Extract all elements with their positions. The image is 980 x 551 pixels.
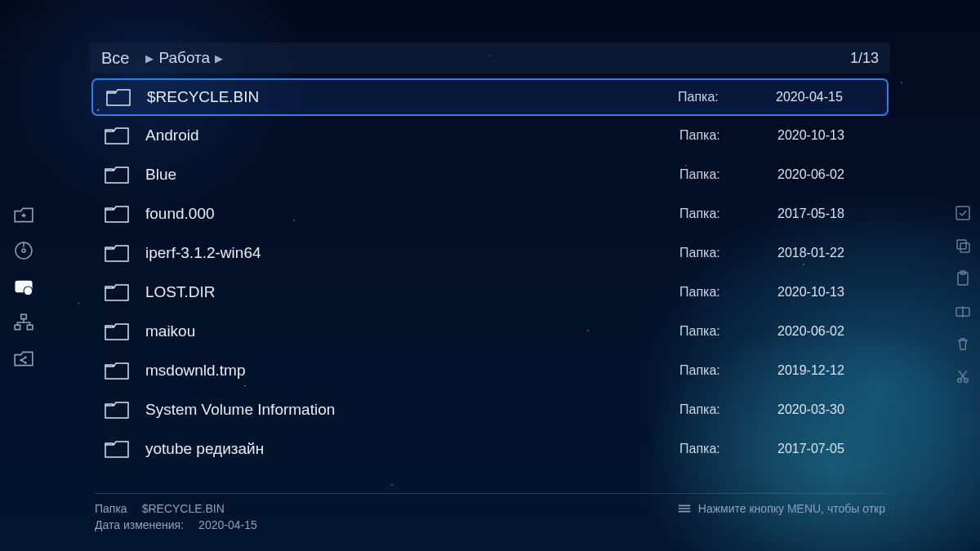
file-name: maikou	[145, 322, 679, 340]
file-type: Папка:	[679, 324, 777, 339]
file-name: $RECYCLE.BIN	[147, 88, 678, 106]
file-name: yotube редизайн	[145, 440, 679, 458]
file-name: found.000	[145, 205, 679, 223]
file-type: Папка:	[679, 285, 777, 300]
copy-icon[interactable]	[954, 237, 972, 255]
file-date: 2020-06-02	[777, 167, 875, 182]
file-row[interactable]: BlueПапка:2020-06-02	[91, 155, 889, 194]
footer-type-label: Папка	[95, 502, 127, 515]
file-date: 2020-04-15	[776, 90, 874, 104]
folder-icon	[103, 360, 131, 381]
svg-point-18	[964, 379, 969, 383]
delete-icon[interactable]	[954, 335, 972, 353]
svg-point-1	[22, 249, 25, 252]
chevron-right-icon: ▶	[215, 52, 223, 64]
file-row[interactable]: maikouПапка:2020-06-02	[91, 312, 889, 351]
file-name: Android	[145, 127, 679, 144]
footer-modified-label: Дата изменения:	[95, 518, 184, 531]
menu-hint: Нажмите кнопку MENU, чтобы откр	[677, 502, 885, 515]
file-type: Папка:	[679, 363, 777, 378]
file-row[interactable]: System Volume InformationПапка:2020-03-3…	[91, 390, 889, 429]
file-row[interactable]: found.000Папка:2017-05-18	[91, 194, 889, 233]
chevron-right-icon: ▶	[145, 52, 154, 64]
file-row[interactable]: AndroidПапка:2020-10-13	[91, 116, 889, 155]
footer-modified-value: 2020-04-15	[198, 518, 257, 531]
svg-rect-6	[15, 325, 20, 329]
file-date: 2018-01-22	[777, 246, 875, 260]
file-date: 2019-12-12	[777, 363, 875, 378]
page-counter: 1/13	[850, 50, 879, 67]
file-row[interactable]: iperf-3.1.2-win64Папка:2018-01-22	[91, 233, 889, 273]
folder-icon	[103, 438, 131, 460]
file-type: Папка:	[679, 246, 777, 260]
file-name: Blue	[145, 166, 679, 184]
breadcrumb-folder[interactable]: Работа	[158, 49, 210, 67]
file-name: msdownld.tmp	[145, 362, 679, 380]
cut-icon[interactable]	[954, 367, 972, 385]
file-type: Папка:	[679, 402, 777, 417]
menu-icon	[677, 503, 692, 514]
svg-rect-11	[956, 207, 969, 220]
folder-icon	[103, 125, 131, 146]
file-list: $RECYCLE.BINПапка:2020-04-15AndroidПапка…	[91, 78, 889, 469]
file-type: Папка:	[679, 128, 777, 143]
folder-icon	[103, 321, 131, 342]
file-name: System Volume Information	[145, 401, 679, 419]
file-type: Папка:	[679, 207, 777, 221]
folder-icon	[103, 203, 131, 224]
favorites-icon[interactable]	[11, 204, 36, 225]
file-date: 2020-03-30	[777, 402, 875, 417]
sidebar-right	[954, 204, 972, 385]
menu-hint-text: Нажмите кнопку MENU, чтобы откр	[698, 502, 885, 515]
file-row[interactable]: LOST.DIRПапка:2020-10-13	[91, 273, 889, 312]
svg-rect-5	[21, 314, 27, 318]
file-name: iperf-3.1.2-win64	[145, 244, 679, 262]
folder-icon	[103, 164, 131, 185]
folder-icon	[105, 87, 132, 108]
paste-icon[interactable]	[954, 269, 972, 287]
folder-icon	[103, 282, 131, 303]
rename-icon[interactable]	[954, 302, 972, 320]
file-name: LOST.DIR	[145, 283, 679, 301]
file-date: 2020-10-13	[777, 285, 875, 300]
svg-point-17	[958, 379, 962, 383]
folder-icon	[103, 242, 131, 264]
select-all-icon[interactable]	[954, 204, 972, 222]
file-type: Папка:	[679, 167, 777, 182]
status-bar: Папка $RECYCLE.BIN Дата изменения: 2020-…	[95, 493, 885, 531]
file-date: 2020-06-02	[777, 324, 875, 339]
share-icon[interactable]	[11, 348, 36, 369]
file-date: 2017-07-05	[777, 442, 875, 456]
sidebar-left: 2	[11, 204, 36, 369]
file-row[interactable]: yotube редизайнПапка:2017-07-05	[91, 429, 889, 469]
file-type: Папка:	[679, 442, 777, 456]
svg-rect-13	[960, 243, 969, 252]
disk-icon[interactable]	[11, 240, 36, 261]
file-row[interactable]: msdownld.tmpПапка:2019-12-12	[91, 351, 889, 390]
svg-rect-7	[27, 325, 33, 329]
file-row[interactable]: $RECYCLE.BINПапка:2020-04-15	[91, 78, 889, 116]
svg-rect-12	[957, 240, 966, 249]
file-date: 2020-10-13	[777, 128, 875, 143]
file-type: Папка:	[678, 90, 776, 104]
usb-icon[interactable]: 2	[11, 276, 36, 297]
file-date: 2017-05-18	[777, 207, 875, 221]
lan-icon[interactable]	[11, 312, 36, 333]
breadcrumb-root[interactable]: Все	[101, 49, 129, 68]
folder-icon	[103, 399, 131, 420]
footer-selected-name: $RECYCLE.BIN	[142, 502, 225, 515]
svg-text:2: 2	[26, 288, 29, 295]
breadcrumb-bar: Все ▶ Работа ▶ 1/13	[90, 42, 890, 73]
